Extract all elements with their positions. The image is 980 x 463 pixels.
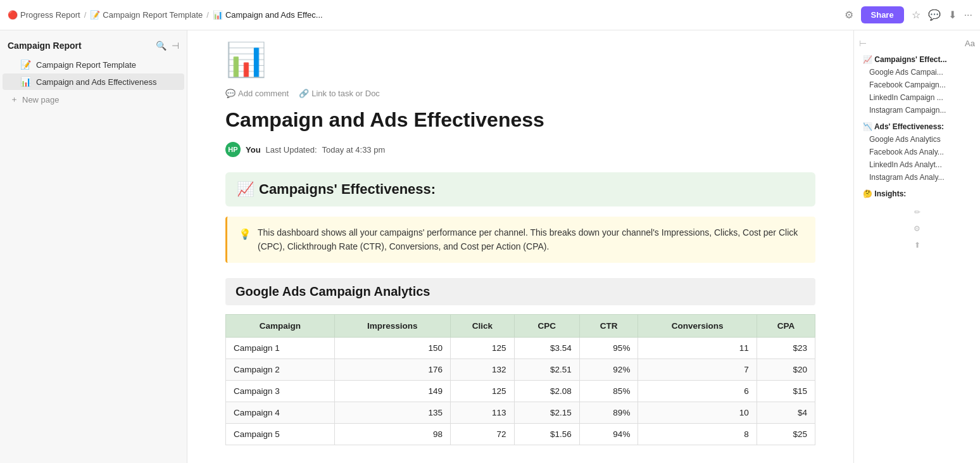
campaigns-effectiveness-header: 📈 Campaigns' Effectiveness: [225,172,815,206]
breadcrumb-sep-2: / [206,10,209,20]
cell-impressions-0: 150 [334,337,450,358]
toc-section-2: 🤔 Insights: [859,187,975,200]
toc-item-0-0[interactable]: Google Ads Campai... [859,66,975,79]
table-header-row: Campaign Impressions Click CPC CTR Conve… [226,314,815,337]
campaigns-effectiveness-title: Campaigns' Effectiveness: [259,181,436,198]
star-icon[interactable]: ☆ [912,9,920,21]
cell-cpa-2: $15 [757,380,815,402]
cell-conversions-1: 7 [638,358,757,380]
cell-ctr-4: 94% [579,423,638,445]
cell-conversions-4: 8 [638,423,757,445]
cell-conversions-3: 10 [638,402,757,423]
campaign-ads-label: Campaign and Ads Effec... [225,10,323,20]
add-comment-button[interactable]: 💬 Add comment [225,89,289,98]
col-impressions: Impressions [334,314,450,337]
toc-actions: ✏ ⚙ ⬆ [859,205,975,252]
toc-item-0-2[interactable]: LinkedIn Campaign ... [859,91,975,104]
table-row: Campaign 4 135 113 $2.15 89% 10 $4 [226,402,815,423]
author-name: You [246,145,261,155]
cell-impressions-4: 98 [334,423,450,445]
breadcrumb-campaign-ads[interactable]: 📊 Campaign and Ads Effec... [213,10,323,20]
campaign-template-icon: 📝 [90,10,100,20]
toc-section-label-0[interactable]: 📈 Campaigns' Effect... [859,53,975,66]
comment-icon: 💬 [225,89,236,98]
sidebar-header: Campaign Report 🔍 ⊣ [0,35,187,56]
cell-click-3: 113 [451,402,515,423]
cell-campaign-4: Campaign 5 [226,423,335,445]
new-page-plus-icon: ＋ [10,94,18,105]
cell-cpa-3: $4 [757,402,815,423]
cell-campaign-2: Campaign 3 [226,380,335,402]
col-cpa: CPA [757,314,815,337]
cell-ctr-3: 89% [579,402,638,423]
settings-icon[interactable]: ⚙ [845,9,853,21]
topbar-right: ⚙ Share ☆ 💬 ⬇ ··· [845,6,972,23]
right-panel-aa[interactable]: Aa [965,39,975,48]
cell-cpa-1: $20 [757,358,815,380]
cell-ctr-1: 92% [579,358,638,380]
cell-conversions-0: 11 [638,337,757,358]
action-bar: 💬 Add comment 🔗 Link to task or Doc [225,89,815,98]
last-updated-label: Last Updated: [266,145,317,155]
toc-item-1-2[interactable]: LinkedIn Ads Analyt... [859,158,975,171]
table-row: Campaign 2 176 132 $2.51 92% 7 $20 [226,358,815,380]
chat-icon[interactable]: 💬 [928,9,941,21]
cell-cpc-1: $2.51 [514,358,579,380]
cell-click-4: 72 [451,423,515,445]
more-icon[interactable]: ··· [964,10,972,21]
sidebar-header-icons: 🔍 ⊣ [156,41,179,51]
campaign-ads-nav-icon: 📊 [20,77,31,87]
export-icon[interactable]: ⬇ [948,9,957,21]
toc-item-1-1[interactable]: Facebook Ads Analy... [859,146,975,158]
toc-item-1-0[interactable]: Google Ads Analytics [859,133,975,146]
cell-impressions-1: 176 [334,358,450,380]
breadcrumb-sep-1: / [84,10,87,20]
col-click: Click [451,314,515,337]
cell-ctr-2: 85% [579,380,638,402]
link-to-task-button[interactable]: 🔗 Link to task or Doc [299,89,380,98]
cell-campaign-0: Campaign 1 [226,337,335,358]
toc-section-label-1[interactable]: 📉 Ads' Effectiveness: [859,120,975,133]
cell-impressions-3: 135 [334,402,450,423]
cell-cpc-0: $3.54 [514,337,579,358]
cell-ctr-0: 95% [579,337,638,358]
breadcrumb-progress-report[interactable]: 🔴 Progress Report [8,10,80,20]
toc-action-edit[interactable]: ✏ [859,205,975,219]
breadcrumb-campaign-report-template[interactable]: 📝 Campaign Report Template [90,10,203,20]
sidebar-search-icon[interactable]: 🔍 [156,41,166,51]
campaigns-effectiveness-icon: 📈 [237,181,254,198]
sidebar-item-campaign-report-template[interactable]: 📝 Campaign Report Template [3,56,184,73]
toc-section-0: 📈 Campaigns' Effect...Google Ads Campai.… [859,53,975,117]
toc-section-label-2[interactable]: 🤔 Insights: [859,187,975,200]
toc-item-1-3[interactable]: Instagram Ads Analy... [859,171,975,184]
right-panel-collapse-icon[interactable]: ⊢ [859,38,867,48]
table-row: Campaign 3 149 125 $2.08 85% 6 $15 [226,380,815,402]
sidebar-collapse-icon[interactable]: ⊣ [172,41,179,51]
link-icon: 🔗 [299,89,309,98]
right-panel: ⊢ Aa 📈 Campaigns' Effect...Google Ads Ca… [853,30,980,463]
campaign-template-nav-icon: 📝 [20,60,31,70]
sidebar: Campaign Report 🔍 ⊣ 📝 Campaign Report Te… [0,30,187,463]
sidebar-title: Campaign Report [8,41,82,51]
page-emoji-icon: 📊 [225,41,267,78]
cell-conversions-2: 6 [638,380,757,402]
cell-cpc-3: $2.15 [514,402,579,423]
toc-action-settings[interactable]: ⚙ [859,222,975,236]
share-button[interactable]: Share [861,6,904,23]
page-icon: 📊 [225,43,266,84]
cell-cpa-0: $23 [757,337,815,358]
callout: 💡 This dashboard shows all your campaign… [225,217,815,263]
toc-action-share[interactable]: ⬆ [859,238,975,252]
google-ads-table-title: Google Ads Campaign Analytics [225,278,815,305]
toc-item-0-1[interactable]: Facebook Campaign... [859,79,975,91]
toc-item-0-3[interactable]: Instagram Campaign... [859,104,975,117]
col-conversions: Conversions [638,314,757,337]
col-campaign: Campaign [226,314,335,337]
page-title: Campaign and Ads Effectiveness [225,108,815,132]
breadcrumb: 🔴 Progress Report / 📝 Campaign Report Te… [8,10,323,20]
callout-icon: 💡 [239,226,251,254]
sidebar-item-campaign-ads-effectiveness[interactable]: 📊 Campaign and Ads Effectiveness [3,73,184,90]
topbar: 🔴 Progress Report / 📝 Campaign Report Te… [0,0,980,30]
google-ads-table: Campaign Impressions Click CPC CTR Conve… [225,314,815,445]
sidebar-new-page[interactable]: ＋ New page [3,91,184,108]
